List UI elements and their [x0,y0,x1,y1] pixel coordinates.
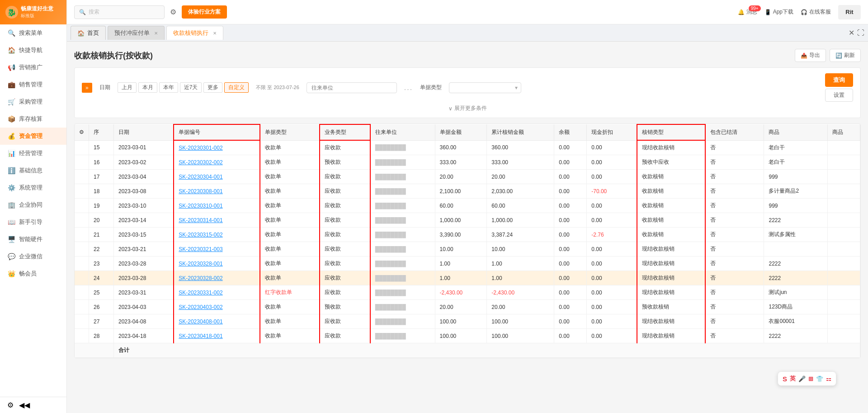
table-row: 202023-03-14SK-20230314-001收款单应收款███████… [75,213,860,228]
sidebar-item-guide[interactable]: 📖 新手引导 [0,214,66,231]
table-cell: 0.00 [554,300,587,314]
sidebar-item-member[interactable]: 👑 畅会员 [0,265,66,282]
table-cell[interactable]: SK-20230331-002 [174,285,260,300]
table-cell [827,300,860,314]
shirt-icon: 👕 [816,375,823,382]
date-btn-custom[interactable]: 自定义 [224,82,249,93]
table-cell: 26 [89,300,114,314]
sidebar-item-search[interactable]: 🔍 搜索菜单 [0,24,66,42]
purchase-icon: 🛒 [7,98,15,105]
bill-type-select[interactable] [449,82,521,93]
tab-payable[interactable]: 预付冲应付单 ✕ [108,26,165,40]
query-btn[interactable]: 查询 [825,73,853,87]
sidebar-item-wechat[interactable]: 💬 企业微信 [0,248,66,265]
sidebar-item-marketing[interactable]: 📢 营销推广 [0,59,66,76]
table-cell: 1.00 [435,256,487,271]
settings-icon[interactable]: ⚙ [7,401,14,409]
online-service[interactable]: 🎧 在线客服 [801,8,831,16]
table-cell: 21 [89,228,114,242]
col-header-discount: 现金折扣 [587,124,637,140]
sidebar-item-purchase[interactable]: 🛒 采购管理 [0,93,66,110]
tab-collection-close[interactable]: ✕ [213,31,217,36]
tab-payable-close[interactable]: ✕ [154,31,158,36]
partner-input[interactable] [307,82,397,93]
sidebar-item-hardware[interactable]: 🖥️ 智能硬件 [0,231,66,248]
table-cell [827,213,860,228]
close-tab-icon[interactable]: ✕ [849,28,854,37]
table-cell[interactable]: SK-20230418-001 [174,329,260,343]
sidebar-item-label: 资金管理 [19,132,42,140]
table-cell: 2222 [764,271,827,285]
table-cell: 收款单 [260,329,319,343]
apps-icon: ⚏ [826,375,831,382]
filter-expand-btn[interactable]: » [82,83,92,93]
table-cell: 0.00 [587,329,637,343]
sidebar-item-finance[interactable]: 💰 资金管理 [0,128,66,145]
industry-btn[interactable]: 体验行业方案 [182,5,227,19]
table-cell: 123D商品 [764,300,827,314]
table-cell: 红字收款单 [260,285,319,300]
sidebar-item-operations[interactable]: 📊 经营管理 [0,145,66,162]
table-row: 262023-04-03SK-20230403-002收款单预收款███████… [75,300,860,314]
table-cell: 收款单 [260,300,319,314]
table-cell: 否 [705,285,764,300]
table-cell[interactable]: SK-20230321-003 [174,242,260,256]
message-badge: 99+ [749,5,761,11]
date-btn-thismonth[interactable]: 本月 [138,82,157,93]
badge-icon: S [783,375,787,383]
date-btn-more[interactable]: 更多 [203,82,222,93]
date-btn-7days[interactable]: 近7天 [180,82,202,93]
messages-icon-wrap[interactable]: 🔔 消息 99+ [738,8,757,16]
collapse-icon[interactable]: ◀◀ [19,401,30,409]
table-cell [75,155,89,170]
refresh-btn[interactable]: 🔄 刷新 [830,49,861,62]
table-cell: 否 [705,184,764,199]
table-cell[interactable]: SK-20230328-001 [174,256,260,271]
table-cell [827,329,860,343]
user-avatar[interactable]: Rit [838,5,861,19]
table-cell: 20.00 [487,170,554,184]
table-cell[interactable]: SK-20230304-001 [174,170,260,184]
table-cell[interactable]: SK-20230328-002 [174,271,260,285]
sidebar-item-inventory[interactable]: 📦 库存核算 [0,110,66,128]
setting-btn[interactable]: 设置 [825,89,853,102]
table-cell[interactable]: SK-20230315-002 [174,228,260,242]
table-cell: 15 [89,140,114,155]
table-cell: ████████ [370,242,435,256]
table-cell: 2222 [764,213,827,228]
table-cell: 预收款 [320,300,370,314]
expand-more-btn[interactable]: ∨ 展开更多条件 [82,102,853,112]
grid-icon: ⊞ [808,375,813,382]
table-cell: 现结收款核销 [637,256,705,271]
home-icon: 🏠 [7,47,15,54]
sidebar-item-system[interactable]: ⚙️ 系统管理 [0,179,66,196]
sidebar-item-enterprise[interactable]: 🏢 企业协同 [0,196,66,214]
table-cell: 否 [705,329,764,343]
table-cell[interactable]: SK-20230310-001 [174,199,260,213]
table-cell: 2,100.00 [435,184,487,199]
table-cell: 否 [705,242,764,256]
table-cell[interactable]: SK-20230301-002 [174,140,260,155]
tab-home[interactable]: 🏠 首页 [71,26,106,40]
table-cell[interactable]: SK-20230403-002 [174,300,260,314]
app-download[interactable]: 📱 App下载 [764,8,793,16]
gear-icon[interactable]: ⚙ [170,8,176,16]
table-cell[interactable]: SK-20230302-002 [174,155,260,170]
sidebar-item-sales[interactable]: 💼 销售管理 [0,76,66,93]
date-btn-lastmonth[interactable]: 上月 [118,82,137,93]
expand-tab-icon[interactable]: ⛶ [857,29,864,37]
table-cell[interactable]: SK-20230408-001 [174,314,260,329]
table-cell: 应收款 [320,170,370,184]
table-cell: 2023-03-31 [114,285,174,300]
table-cell[interactable]: SK-20230314-001 [174,213,260,228]
sidebar-logo: 🐉 畅康道好生意 标推版 [0,0,66,24]
sidebar-item-basic[interactable]: ℹ️ 基础信息 [0,162,66,179]
sidebar-item-quicknav[interactable]: 🏠 快捷导航 [0,42,66,59]
tab-home-label: 首页 [87,29,99,37]
export-btn[interactable]: 📤 导出 [795,49,826,62]
search-box[interactable]: 🔍 搜索 [74,5,165,19]
date-btn-thisyear[interactable]: 本年 [159,82,178,93]
system-icon: ⚙️ [7,184,15,191]
table-cell[interactable]: SK-20230308-001 [174,184,260,199]
tab-collection[interactable]: 收款核销执行 ✕ [166,26,223,40]
